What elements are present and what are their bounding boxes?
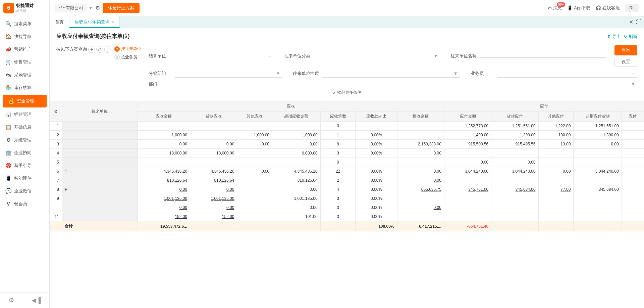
row-ar-prepay[interactable]: 655,636.75 bbox=[397, 185, 444, 194]
yewu-input[interactable]: ··· bbox=[497, 70, 638, 78]
row-ap-loan[interactable] bbox=[491, 212, 538, 221]
app-download-btn[interactable]: 📱 App下载 bbox=[567, 5, 590, 11]
online-service-btn[interactable]: 🎧 在线客服 bbox=[596, 5, 620, 11]
row-ar-other[interactable] bbox=[237, 122, 272, 131]
row-ar-other[interactable]: 1,000.00 bbox=[237, 131, 272, 140]
sidebar-item-search[interactable]: 🔍 搜索菜单 bbox=[0, 17, 49, 30]
row-ar-prepay[interactable]: 0.00 bbox=[397, 149, 444, 158]
row-ar-other[interactable]: 0.00 bbox=[237, 167, 272, 176]
th-ap-other[interactable]: 其他应付 bbox=[538, 112, 574, 122]
tab-close-icon[interactable]: × bbox=[112, 19, 114, 24]
company-selector[interactable]: ****有限公司 bbox=[55, 4, 87, 12]
th-ar-count[interactable]: 应收笔数 bbox=[320, 112, 356, 122]
solution-button[interactable]: 体验行业方案 bbox=[103, 3, 140, 13]
row-ar-prepay[interactable]: 0.00 bbox=[397, 167, 444, 176]
row-ap-amount[interactable]: 3,044,240.00 bbox=[444, 167, 491, 176]
refresh-button[interactable]: ↻ 刷新 bbox=[624, 34, 637, 40]
sidebar-item-sales[interactable]: 🛒 销售管理 bbox=[0, 56, 49, 69]
row-ap-other[interactable] bbox=[538, 149, 574, 158]
sidebar-collapse-btn[interactable]: ◀▐ bbox=[30, 295, 42, 305]
sidebar-item-inventory[interactable]: 🏪 库存核算 bbox=[0, 81, 49, 94]
row-ar-amount[interactable]: 152.00 bbox=[138, 212, 190, 221]
row-ap-other[interactable] bbox=[538, 203, 574, 212]
row-ar-prepay[interactable]: 2,153,333.00 bbox=[397, 140, 444, 149]
row-ap-loan[interactable]: 3,044,240.00 bbox=[491, 167, 538, 176]
row-ap-loan[interactable] bbox=[491, 176, 538, 185]
row-ar-amount[interactable]: 1,001,135.00 bbox=[138, 194, 190, 203]
jiesuan-input[interactable]: ··· bbox=[175, 52, 273, 60]
tab-receivable[interactable]: 应收应付余额查询 × bbox=[69, 16, 120, 28]
row-ap-loan[interactable]: 1,251,551.00 bbox=[491, 122, 538, 131]
th-ar-overdue[interactable]: 超期应收金额 bbox=[272, 112, 320, 122]
row-ar-loan[interactable]: 152.00 bbox=[190, 212, 237, 221]
sidebar-item-marketing[interactable]: 📣 营销推广 bbox=[0, 43, 49, 56]
topbar-gear-icon[interactable]: ⚙ bbox=[94, 3, 101, 12]
row-ap-other[interactable] bbox=[538, 194, 574, 203]
row-ar-loan[interactable]: 1,001,135.00 bbox=[190, 194, 237, 203]
row-ap-amount[interactable]: 915,508.56 bbox=[444, 140, 491, 149]
row-ar-prepay[interactable] bbox=[397, 158, 444, 167]
row-ap-amount[interactable]: 1,252,773.00 bbox=[444, 122, 491, 131]
xingzhi-select[interactable]: ▼ bbox=[322, 70, 460, 78]
row-ap-amount[interactable]: 345,761.00 bbox=[444, 185, 491, 194]
row-ar-loan[interactable]: 0.00 bbox=[190, 185, 237, 194]
user-avatar[interactable]: Rit bbox=[625, 4, 639, 12]
sidebar-item-hardware[interactable]: 📱 智能硬件 bbox=[0, 172, 49, 185]
row-ar-other[interactable] bbox=[237, 203, 272, 212]
row-ap-loan[interactable]: 0.00 bbox=[491, 158, 538, 167]
row-ar-prepay[interactable]: 0.00 bbox=[397, 176, 444, 185]
row-ar-amount[interactable] bbox=[138, 122, 190, 131]
sidebar-item-basic[interactable]: 📋 基础信息 bbox=[0, 121, 49, 134]
th-ar-amount[interactable]: 应收金额 bbox=[138, 112, 190, 122]
company-dropdown-icon[interactable]: ▼ bbox=[89, 6, 93, 10]
sidebar-item-wechat[interactable]: 💬 企业微信 bbox=[0, 185, 49, 197]
export-button[interactable]: ⬆ 导出 bbox=[607, 34, 621, 40]
row-ar-amount[interactable]: 18,000.00 bbox=[138, 149, 190, 158]
row-ap-other[interactable]: 77.00 bbox=[538, 185, 574, 194]
setting-button[interactable]: 设置 bbox=[614, 57, 637, 67]
row-ar-loan[interactable]: 0.00 bbox=[190, 140, 237, 149]
tab-home[interactable]: 首页 bbox=[50, 16, 69, 28]
row-ar-prepay[interactable] bbox=[397, 122, 444, 131]
row-ar-loan[interactable]: 4,345,436.20 bbox=[190, 167, 237, 176]
fenguan-select[interactable]: ▼ bbox=[175, 70, 282, 78]
row-ar-amount[interactable]: 0.00 bbox=[138, 185, 190, 194]
row-ap-amount[interactable]: 0.00 bbox=[444, 158, 491, 167]
th-ap-col[interactable]: 应付 bbox=[622, 112, 644, 122]
filter-template-btn[interactable]: ◎ bbox=[96, 46, 103, 53]
row-ap-other[interactable]: 13.00 bbox=[538, 140, 574, 149]
row-ar-other[interactable] bbox=[237, 212, 272, 221]
row-ar-loan[interactable]: 810,126.64 bbox=[190, 176, 237, 185]
query-button[interactable]: 查询 bbox=[614, 45, 637, 55]
filter-add-btn[interactable]: + bbox=[88, 46, 95, 53]
row-ap-amount[interactable] bbox=[444, 176, 491, 185]
tab-close-window-icon[interactable]: ✕ bbox=[629, 19, 633, 25]
sidebar-item-member[interactable]: V 畅会员 bbox=[0, 197, 49, 210]
row-ap-loan[interactable] bbox=[491, 149, 538, 158]
row-ar-prepay[interactable] bbox=[397, 194, 444, 203]
row-ap-other[interactable] bbox=[538, 212, 574, 221]
row-ap-amount[interactable] bbox=[444, 149, 491, 158]
row-ar-other[interactable] bbox=[237, 194, 272, 203]
th-settings[interactable]: ⚙ bbox=[50, 101, 62, 122]
row-ap-loan[interactable] bbox=[491, 203, 538, 212]
row-ar-loan[interactable] bbox=[190, 158, 237, 167]
th-ap-loan[interactable]: 贷款应付 bbox=[491, 112, 538, 122]
sidebar-item-collab[interactable]: 🏢 企业协同 bbox=[0, 146, 49, 159]
row-ar-other[interactable] bbox=[237, 176, 272, 185]
sidebar-item-system[interactable]: ⚙ 系统管理 bbox=[0, 134, 49, 146]
row-ar-amount[interactable]: 0.00 bbox=[138, 140, 190, 149]
filter-collapse-btn[interactable]: « bbox=[104, 46, 111, 53]
row-ar-loan[interactable]: 18,000.00 bbox=[190, 149, 237, 158]
row-ap-other[interactable] bbox=[538, 158, 574, 167]
row-ap-loan[interactable]: 915,495.56 bbox=[491, 140, 538, 149]
th-ap-amount[interactable]: 应付金额 bbox=[444, 112, 491, 122]
row-ar-amount[interactable]: 1,000.00 bbox=[138, 131, 190, 140]
row-ap-loan[interactable] bbox=[491, 194, 538, 203]
th-ar-loan[interactable]: 贷款应收 bbox=[190, 112, 237, 122]
scheme-by-partner[interactable]: ⊙ 按往来单位 bbox=[112, 45, 143, 52]
row-ap-other[interactable]: 0.00 bbox=[538, 167, 574, 176]
message-btn[interactable]: ✉ 消息 99+ bbox=[548, 5, 562, 11]
row-ar-other[interactable]: 0.00 bbox=[237, 140, 272, 149]
row-ap-loan[interactable]: 345,684.00 bbox=[491, 185, 538, 194]
